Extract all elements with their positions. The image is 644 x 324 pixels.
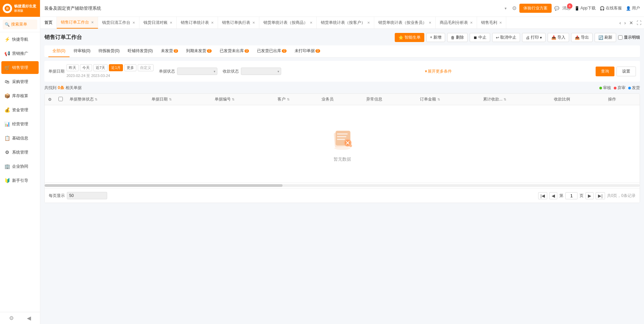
date-btn-custom[interactable]: 自定义 [138,64,154,71]
tab-close-customer[interactable]: ✕ [367,21,370,25]
sidebar-item-operations[interactable]: 📊 经营管理 [1,118,39,130]
sort-status-icon[interactable]: ⇅ [95,97,97,101]
select-all-checkbox[interactable] [58,97,63,101]
print-button[interactable]: 🖨 打印 ▾ [522,33,546,42]
tab-close-sales[interactable]: ✕ [91,21,94,24]
tab-fullscreen-button[interactable]: ⛶ [635,19,643,26]
cancel-action-btn[interactable]: 弃审 [614,85,626,91]
page-number-input[interactable] [565,192,577,199]
expand-button[interactable]: ▾ 展开更多条件 [425,69,452,74]
tab-cash-daily[interactable]: 钱货日清工作台 ✕ [98,17,139,29]
date-btn-7days[interactable]: 近7天 [93,64,108,71]
tab-sales-customer[interactable]: 销货单统计表（按客户） ✕ [317,17,374,29]
print-dropdown-icon[interactable]: ▾ [540,35,542,40]
tab-close-stats[interactable]: ✕ [211,21,214,25]
export-button[interactable]: 📤 导出 [571,33,593,42]
last-page-button[interactable]: ▶| [596,192,605,199]
horizontal-scrollbar[interactable] [45,184,640,187]
delete-button[interactable]: 🗑 删除 [447,33,468,42]
show-detail-label[interactable]: 显示明细 [618,35,640,40]
tab-sales-exec[interactable]: 销售订单执行表 ✕ [218,17,259,29]
sidebar-item-purchase[interactable]: 🛍 采购管理 [1,75,39,88]
smart-create-button[interactable]: ⭐ 智能生单 [395,33,424,42]
filter-tab-pending-check[interactable]: 待拣验货(0) [94,45,124,57]
tab-margin-analysis[interactable]: 商品毛利分析表 ✕ [436,17,477,29]
filter-tab-shipped-out[interactable]: 已发货已出库0 [253,45,291,57]
tab-sales-staff[interactable]: 销货单统计表（按业务员） ✕ [374,17,436,29]
sidebar-item-quicknav[interactable]: ⚡ 快捷导航 [1,33,39,46]
payment-select[interactable] [241,68,281,75]
date-btn-yesterday[interactable]: 昨天 [67,64,79,71]
filter-tab-pending-audit[interactable]: 待审核(0) [70,45,95,57]
stop-button[interactable]: ⏹ 中止 [470,33,490,42]
page-size-select[interactable]: 50 100 200 [67,192,107,199]
sort-number-icon[interactable]: ⇅ [232,97,234,101]
date-btn-today[interactable]: 今天 [80,64,92,71]
th-check[interactable] [55,94,66,105]
tab-close-cash[interactable]: ✕ [132,21,135,25]
tab-close-profit[interactable]: ✕ [499,21,502,25]
sidebar-item-system[interactable]: ⚙ 系统管理 [1,146,39,159]
tab-sales-product[interactable]: 销货单统计表（按商品） ✕ [259,17,317,29]
filter-tab-all[interactable]: 全部(0) [48,45,70,57]
set-button[interactable]: 设置 [616,67,636,76]
cancel-stop-button[interactable]: ↩ 取消中止 [492,33,520,42]
sidebar-item-inventory[interactable]: 📦 库存核算 [1,89,39,102]
tab-close-reconcile[interactable]: ✕ [170,21,172,25]
filter-tab-unprinted[interactable]: 未打印单据0 [291,45,324,57]
user-item[interactable]: 👤 用户 [626,5,640,11]
tab-close-all-button[interactable]: ✕ [628,19,635,26]
query-button[interactable]: 查询 [596,67,614,76]
online-service-item[interactable]: 🎧 在线客服 [600,5,622,11]
sidebar-item-enterprise[interactable]: 🏢 企业协同 [1,160,39,173]
add-button[interactable]: + 新增 [426,33,445,42]
date-btn-1month[interactable]: 近1月 [109,64,123,71]
ship-action-btn[interactable]: 发货 [628,85,640,91]
status-select[interactable] [177,68,217,75]
search-menu-button[interactable]: 🔍 搜索菜单 [3,19,37,29]
first-page-button[interactable]: |◀ [538,192,547,199]
next-page-button[interactable]: ▶ [586,192,594,199]
app-download-item[interactable]: 📱 App下载 [574,5,596,11]
dropdown-icon[interactable]: ▾ [505,6,507,11]
refresh-button[interactable]: 🔄 刷新 [595,33,616,42]
tab-cash-reconcile[interactable]: 钱货日清对账 ✕ [139,17,177,29]
import-button[interactable]: 📥 导入 [548,33,569,42]
filter-tab-overdue-unshipped[interactable]: 到期未发货0 [182,45,216,57]
sort-date-icon[interactable]: ⇅ [169,97,172,101]
th-settings[interactable]: ⚙ [45,94,55,105]
sort-collection-icon[interactable]: ⇅ [504,97,506,101]
tab-close-margin[interactable]: ✕ [470,21,473,25]
filter-tab-unshipped[interactable]: 未发货0 [157,45,182,57]
collapse-icon[interactable]: ◀ [27,315,31,321]
audit-action-btn[interactable]: 审核 [599,85,611,91]
message-icon-item[interactable]: 💬 6 消息 [554,5,570,11]
sidebar-item-sales[interactable]: 🛒 销售管理 [1,61,39,74]
tab-sales-profit[interactable]: 销售毛利 ✕ [477,17,506,29]
filter-tab-wangpu[interactable]: 旺铺待发货(0) [124,45,157,57]
sidebar-item-basicinfo[interactable]: 📋 基础信息 [1,132,39,145]
filter-tab-shipped-not-out[interactable]: 已发货未出库0 [216,45,253,57]
sidebar-search[interactable]: 🔍 搜索菜单 [0,17,40,32]
date-btn-more[interactable]: 更多 [124,64,136,71]
tab-prev-button[interactable]: ‹ [618,19,622,26]
tab-sales-workbench[interactable]: 销售订单工作台 ✕ [57,17,98,29]
sidebar-item-guide[interactable]: 🔰 新手引导 [1,174,39,187]
tab-next-button[interactable]: › [623,19,627,26]
experience-button[interactable]: 体验行业方案 [519,4,552,13]
sort-customer-icon[interactable]: ⇅ [287,97,290,101]
scrollbar-thumb[interactable] [45,184,283,187]
tab-sales-stats[interactable]: 销售订单统计表 ✕ [177,17,218,29]
sidebar-item-finance[interactable]: 💰 资金管理 [1,104,39,116]
prev-page-button[interactable]: ◀ [549,192,557,199]
tab-close-product[interactable]: ✕ [310,21,312,25]
tab-home[interactable]: 首页 [40,17,57,29]
ship-dot [628,87,631,89]
settings-icon[interactable]: ⚙ [512,5,517,11]
tab-close-staff[interactable]: ✕ [429,21,431,25]
show-detail-checkbox[interactable] [618,35,622,40]
tab-close-exec[interactable]: ✕ [252,21,255,25]
settings-bottom-icon[interactable]: ⚙ [9,315,14,321]
sidebar-item-marketing[interactable]: 📢 营销推广 [1,47,39,60]
sort-amount-icon[interactable]: ⇅ [437,97,440,101]
